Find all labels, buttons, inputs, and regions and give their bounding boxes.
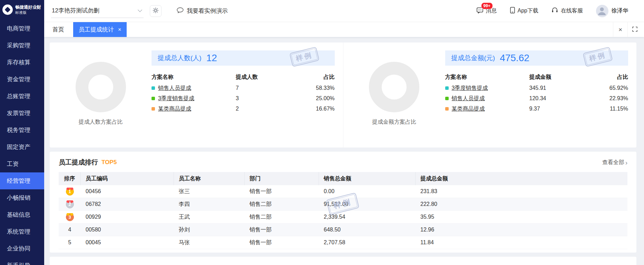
tabbar: 首页 员工提成统计 × × <box>44 22 644 37</box>
cell-total-sales: 2,707.58 <box>319 239 416 246</box>
ranking-table-header: 排序 员工编码 员工名称 部门 销售总金额 提成总金额 <box>59 172 627 185</box>
scheme-amount: 120.34 <box>529 95 577 102</box>
cell-total-commission: 12.96 <box>416 227 627 233</box>
scheme-row: 某类商品提成 9.37 11.15% <box>445 104 628 114</box>
main-area: 12李艳芬测试勿删 我要看实例演示 <box>44 0 644 265</box>
scheme-count: 7 <box>236 85 283 91</box>
tab-close-icon[interactable]: × <box>118 27 121 33</box>
scheme-name-link[interactable]: 3季度销售提成 <box>452 85 488 92</box>
column-total-sales: 销售总金额 <box>319 172 416 185</box>
sidebar-item-purchase[interactable]: 采购管理 <box>0 37 44 54</box>
settings-button[interactable] <box>150 5 162 17</box>
ranking-title: 员工提成排行 <box>59 158 98 167</box>
sidebar-item-basic-info[interactable]: 基础信息 <box>0 206 44 223</box>
scheme-percentage: 16.67% <box>283 106 335 112</box>
count-donut-caption: 提成人数方案占比 <box>79 119 123 126</box>
tab-commission-stats-label: 员工提成统计 <box>79 26 114 34</box>
count-total-label: 提成总人数(人) <box>158 54 202 63</box>
sidebar-item-general-ledger[interactable]: 总账管理 <box>0 88 44 105</box>
sidebar-item-invoice[interactable]: 发票管理 <box>0 105 44 122</box>
cell-employee-code: 00580 <box>81 227 174 233</box>
user-name: 徐泽华 <box>612 7 628 15</box>
demo-link[interactable]: 我要看实例演示 <box>177 7 228 15</box>
user-menu[interactable]: 徐泽华 <box>596 5 628 17</box>
cell-employee-name: 李四 <box>174 201 245 208</box>
cell-department: 销售二部 <box>245 201 319 208</box>
scheme-name-link[interactable]: 销售人员提成 <box>452 95 485 102</box>
message-count-badge: 99+ <box>481 2 493 9</box>
online-service-button[interactable]: 在线客服 <box>552 7 583 15</box>
scheme-percentage: 25.00% <box>283 95 335 102</box>
count-scheme-table: 方案名称 提成人数 占比 销售人员提成 7 58.33% 3季度销售提成 <box>152 71 335 114</box>
chevron-down-icon <box>138 8 142 12</box>
cell-employee-name: 马张 <box>174 239 245 246</box>
sidebar-item-reimbursement[interactable]: 小畅报销 <box>0 189 44 206</box>
cell-employee-code: 06782 <box>81 201 174 207</box>
sidebar-item-tax[interactable]: 税务管理 <box>0 122 44 139</box>
sidebar-item-inventory[interactable]: 库存核算 <box>0 54 44 71</box>
column-percentage: 占比 <box>577 74 628 81</box>
column-percentage: 占比 <box>283 74 335 81</box>
legend-bullet <box>152 107 155 111</box>
scheme-name-link[interactable]: 某类商品提成 <box>158 105 191 113</box>
tab-home[interactable]: 首页 <box>51 22 66 37</box>
scheme-name-link[interactable]: 销售人员提成 <box>158 85 191 92</box>
silver-medal-icon: 2 <box>66 200 74 208</box>
column-department: 部门 <box>245 172 319 185</box>
cell-department: 销售一部 <box>245 188 319 195</box>
fullscreen-button[interactable] <box>627 22 642 37</box>
column-rank: 排序 <box>59 172 81 185</box>
count-donut-chart <box>76 62 126 112</box>
amount-total-label: 提成总金额(元) <box>451 54 495 63</box>
brand-name: 畅捷通好业财 <box>15 4 41 10</box>
topbar: 12李艳芬测试勿删 我要看实例演示 <box>44 0 644 22</box>
cell-total-commission: 35.95 <box>416 214 627 220</box>
cell-department: 销售一部 <box>245 239 319 246</box>
page-content: 提成人数方案占比 提成总人数(人) 12 样例 方案名称 <box>44 37 644 265</box>
count-total-strip: 提成总人数(人) 12 样例 <box>152 50 335 66</box>
table-row: 2 06782 李四 销售二部 91,512.00 222.80 <box>59 198 627 211</box>
close-page-button[interactable]: × <box>613 22 627 37</box>
column-commission-count: 提成人数 <box>236 74 283 81</box>
count-total-value: 12 <box>206 53 217 64</box>
org-selector[interactable]: 12李艳芬测试勿删 <box>51 7 144 18</box>
sidebar-item-ecommerce[interactable]: 电商管理 <box>0 20 44 37</box>
amount-donut-caption: 提成金额方案占比 <box>372 119 416 126</box>
messages-button[interactable]: 99+ 消息 <box>477 7 497 15</box>
phone-icon <box>510 7 515 15</box>
column-commission-amount: 提成金额 <box>529 74 577 81</box>
app-download-button[interactable]: App下载 <box>510 7 538 15</box>
scheme-name-link[interactable]: 3季度销售提成 <box>158 95 194 102</box>
sidebar-item-business-management[interactable]: 经营管理 <box>0 172 44 189</box>
sidebar-item-salary[interactable]: 工资 <box>0 155 44 172</box>
scheme-row: 某类商品提成 2 16.67% <box>152 104 335 114</box>
column-employee-code: 员工编码 <box>81 172 174 185</box>
sidebar: 畅捷通好业财 标准版 电商管理 采购管理 库存核算 资金管理 总账管理 发票管理… <box>0 0 44 265</box>
sidebar-item-funds[interactable]: 资金管理 <box>0 71 44 88</box>
bronze-medal-icon: 3 <box>66 213 74 221</box>
next-card-partial <box>50 257 636 265</box>
speech-bubble-icon <box>177 7 184 15</box>
scheme-name-link[interactable]: 某类商品提成 <box>452 105 485 113</box>
table-row: 4 00580 孙刘 销售一部 648.50 12.96 <box>59 224 627 236</box>
cell-department: 销售一部 <box>245 226 319 234</box>
sidebar-item-fixed-assets[interactable]: 固定资产 <box>0 139 44 155</box>
cell-department: 销售二部 <box>245 214 319 221</box>
table-row: 3 00929 王武 销售二部 2,339.54 35.95 <box>59 211 627 224</box>
sidebar-item-system[interactable]: 系统管理 <box>0 223 44 240</box>
tab-commission-stats[interactable]: 员工提成统计 × <box>73 22 127 37</box>
cell-total-sales: 2,339.54 <box>319 214 416 220</box>
sidebar-item-collaboration[interactable]: 企业协同 <box>0 240 44 257</box>
table-row: 1 00456 张三 销售一部 0.00 231.83 <box>59 185 627 198</box>
cell-employee-name: 张三 <box>174 188 245 195</box>
scheme-row: 销售人员提成 120.34 22.93% <box>445 93 628 104</box>
column-employee-name: 员工名称 <box>174 172 245 185</box>
fullscreen-icon <box>632 26 637 34</box>
cell-employee-code: 00456 <box>81 188 174 195</box>
demo-link-label: 我要看实例演示 <box>187 7 228 15</box>
view-all-link[interactable]: 查看全部 › <box>602 159 627 166</box>
scheme-amount: 345.91 <box>529 85 577 91</box>
sidebar-item-guide[interactable]: 新手引导 <box>0 257 44 265</box>
cell-employee-code: 00929 <box>81 214 174 220</box>
stats-amount-panel: 提成金额方案占比 提成总金额(元) 475.62 样例 方案名称 <box>343 42 637 148</box>
